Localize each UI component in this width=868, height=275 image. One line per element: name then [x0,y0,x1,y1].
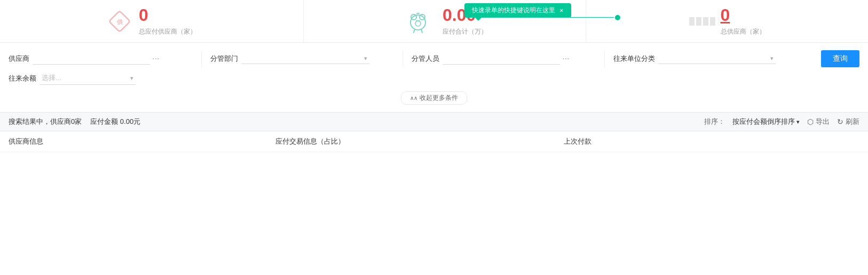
person-dots-btn[interactable]: ··· [562,54,569,64]
collapse-button[interactable]: ∧∧ 收起更多条件 [401,91,467,105]
stat-suppliers-number: 0 [721,6,766,25]
filter-balance: 往来余额 选择... ▾ [9,72,179,85]
result-amount: 应付金额 0.00元 [90,117,140,127]
unit-select[interactable]: ▾ [658,53,776,64]
balance-label: 往来余额 [9,74,36,83]
svg-line-9 [414,29,415,33]
query-button[interactable]: 查询 [821,50,859,67]
supplier-dots-btn[interactable]: ··· [152,54,159,64]
svg-line-10 [421,29,422,33]
tooltip-close-btn[interactable]: × [559,7,564,14]
stat-total-label: 应付合计（万） [443,27,487,36]
diamond-logo-icon: 供 [107,9,132,34]
balance-select[interactable]: 选择... ▾ [40,72,136,85]
balance-placeholder: 选择... [42,73,130,83]
svg-point-7 [419,20,420,21]
col-lastpay-header: 上次付款 [564,137,859,146]
export-label: 导出 [816,117,830,127]
stat-suppliers-label: 总供应商（家） [721,27,766,36]
col-transaction-header: 应付交易信息（占比） [275,137,564,146]
svg-point-4 [420,14,425,20]
filter-row-1: 供应商 ··· 分管部门 ▾ 分管人员 ··· 往来单位分类 ▾ [9,50,859,67]
svg-text:供: 供 [116,19,123,25]
tooltip-bubble: 快速录单的快捷键说明在这里 × [464,3,571,18]
collapse-bar: ∧∧ 收起更多条件 [9,89,859,108]
dept-chevron-icon: ▾ [364,55,367,62]
person-input[interactable] [443,53,560,65]
sort-select[interactable]: 按应付会额倒序排序 ▾ [732,117,800,127]
table-empty-area [0,152,868,270]
sort-value: 按应付会额倒序排序 [732,117,795,127]
refresh-label: 刷新 [846,117,859,127]
dept-label: 分管部门 [210,54,238,64]
svg-point-6 [416,20,418,21]
filter-supplier: 供应商 ··· [9,53,193,65]
unit-label: 往来单位分类 [613,54,655,64]
stat-total-suppliers: 0 总供应商（家） [586,0,868,42]
filter-person: 分管人员 ··· [412,53,596,65]
svg-point-3 [411,14,416,20]
divider-2 [403,51,403,67]
person-label: 分管人员 [412,54,439,64]
table-header: 供应商信息 应付交易信息（占比） 上次付款 [0,131,868,152]
top-stats-bar: 供 0 总应付供应商（家） [0,0,868,43]
divider-1 [201,51,202,67]
refresh-icon: ↻ [837,117,843,126]
refresh-button[interactable]: ↻ 刷新 [837,117,859,127]
export-button[interactable]: ⬡ 导出 [807,117,830,127]
svg-rect-8 [416,13,420,14]
result-bar: 搜索结果中，供应商0家 应付金额 0.00元 排序： 按应付会额倒序排序 ▾ ⬡… [0,113,868,131]
filter-row-2: 往来余额 选择... ▾ [9,72,859,85]
result-text: 搜索结果中，供应商0家 [9,117,82,127]
bear-icon [402,5,434,37]
tooltip-text: 快速录单的快捷键说明在这里 [472,6,555,15]
collapse-up-icon: ∧∧ [410,95,417,101]
filter-unit: 往来单位分类 ▾ [613,53,812,64]
unit-chevron-icon: ▾ [770,55,774,62]
stat-total-payable: 供 0 总应付供应商（家） [0,0,304,42]
col-supplier-header: 供应商信息 [9,137,275,146]
collapse-label: 收起更多条件 [420,93,458,103]
stat-payable-label: 总应付供应商（家） [139,27,196,36]
divider-3 [604,51,605,67]
tooltip-dot [615,15,620,20]
filter-dept: 分管部门 ▾ [210,53,394,64]
sort-chevron-icon: ▾ [796,119,800,125]
supplier-label: 供应商 [9,54,29,64]
export-icon: ⬡ [807,117,814,126]
svg-point-5 [415,21,421,26]
stat-payable-number: 0 [139,6,196,25]
filter-section: 供应商 ··· 分管部门 ▾ 分管人员 ··· 往来单位分类 ▾ [0,43,868,113]
balance-chevron-icon: ▾ [130,75,133,82]
result-bar-right: 排序： 按应付会额倒序排序 ▾ ⬡ 导出 ↻ 刷新 [704,117,859,127]
dept-select[interactable]: ▾ [241,53,369,64]
svg-point-2 [411,15,425,30]
sort-label: 排序： [704,117,725,127]
supplier-input[interactable] [33,53,150,65]
